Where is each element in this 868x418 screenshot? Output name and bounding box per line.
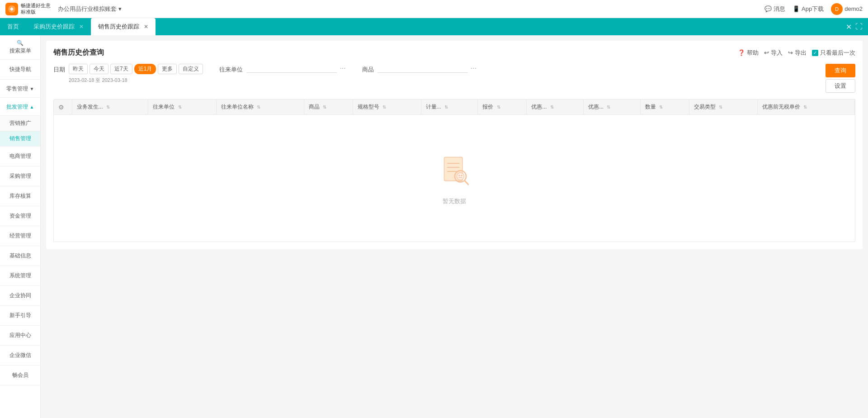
export-action[interactable]: ↪ 导出	[788, 49, 807, 57]
date-btn-more[interactable]: 更多	[158, 64, 177, 74]
sidebar-item-ecommerce[interactable]: 电商管理	[0, 147, 40, 166]
tab-close-btn[interactable]: ✕	[846, 23, 852, 31]
date-btn-7days[interactable]: 近7天	[110, 64, 132, 74]
col-discount1[interactable]: 优惠... ⇅	[527, 100, 584, 115]
col-qty[interactable]: 数量 ⇅	[640, 100, 689, 115]
sidebar-item-inventory[interactable]: 库存核算	[0, 186, 40, 206]
top-bar-right: 💬 消息 📱 App下载 D demo2	[764, 3, 863, 15]
data-table-container: ⚙ 业务发生... ⇅ 往来单位 ⇅ 往来单位名称 ⇅	[53, 99, 855, 242]
message-action[interactable]: 💬 消息	[764, 5, 785, 13]
product-input-group: ···	[377, 64, 476, 73]
sidebar-item-search-menu[interactable]: 🔍 搜索菜单	[0, 35, 40, 60]
date-btn-1month[interactable]: 近1月	[134, 64, 156, 74]
sort-icon: ⇅	[178, 104, 182, 109]
page-title-bar: 销售历史价查询 ❓ 帮助 ↩ 导入 ↪ 导出	[53, 48, 855, 57]
page-title: 销售历史价查询	[53, 48, 104, 57]
date-btn-today[interactable]: 今天	[90, 64, 108, 74]
sidebar-item-marketing[interactable]: 营销推广	[0, 116, 40, 131]
data-table: ⚙ 业务发生... ⇅ 往来单位 ⇅ 往来单位名称 ⇅	[54, 100, 855, 242]
col-partner-name[interactable]: 往来单位名称 ⇅	[217, 100, 304, 115]
tab-sales-history[interactable]: 销售历史价跟踪 ✕	[91, 18, 156, 35]
sidebar-item-basic-info[interactable]: 基础信息	[0, 246, 40, 266]
date-range: 2023-02-18 至 2023-03-18	[69, 77, 203, 84]
sidebar-item-finance[interactable]: 资金管理	[0, 206, 40, 226]
sidebar-item-quick-nav[interactable]: 快捷导航	[0, 60, 40, 80]
col-trade-type[interactable]: 交易类型 ⇅	[689, 100, 757, 115]
import-icon: ↩	[764, 49, 769, 56]
sidebar-item-retail-mgmt[interactable]: 零售管理 ▼	[0, 80, 40, 98]
page-container: 销售历史价查询 ❓ 帮助 ↩ 导入 ↪ 导出	[41, 35, 868, 418]
top-bar-left: 畅捷通好生意 标准版 办公用品行业模拟账套 ▾	[5, 3, 125, 15]
tab-expand-btn[interactable]: ⛶	[855, 23, 863, 31]
partner-input[interactable]	[246, 64, 337, 73]
tab-sales-label: 销售历史价跟踪	[98, 23, 139, 31]
user-action[interactable]: D demo2	[831, 3, 863, 15]
product-dots[interactable]: ···	[471, 64, 476, 72]
sort-icon: ⇅	[550, 104, 554, 109]
company-selector[interactable]: 办公用品行业模拟账套 ▾	[54, 3, 125, 15]
empty-state: 暂无数据	[54, 115, 855, 242]
tab-purchase-history[interactable]: 采购历史价跟踪 ✕	[26, 18, 91, 35]
top-bar: 畅捷通好生意 标准版 办公用品行业模拟账套 ▾ 💬 消息 📱 App下载 D d…	[0, 0, 868, 18]
content-area: 销售历史价查询 ❓ 帮助 ↩ 导入 ↪ 导出	[41, 35, 868, 418]
sidebar-item-purchase[interactable]: 采购管理	[0, 166, 40, 186]
sort-icon: ⇅	[382, 104, 386, 109]
tab-bar-right: ✕ ⛶	[846, 23, 868, 31]
sidebar-item-sales-mgmt[interactable]: 销售管理	[0, 131, 40, 147]
export-icon: ↪	[788, 49, 793, 56]
sidebar-item-wechat[interactable]: 企业微信	[0, 346, 40, 366]
main-layout: 🔍 搜索菜单 快捷导航 零售管理 ▼ 批发管理 ▲ 营销推广 销售管理 电商管理…	[0, 35, 868, 418]
sidebar-item-system[interactable]: 系统管理	[0, 266, 40, 286]
tab-sales-close[interactable]: ✕	[144, 24, 148, 30]
query-button[interactable]: 查询	[826, 64, 855, 77]
chevron-down-icon: ▼	[30, 86, 34, 91]
table-body: 暂无数据	[54, 115, 855, 242]
product-input[interactable]	[377, 64, 468, 73]
col-partner-code[interactable]: 往来单位 ⇅	[148, 100, 217, 115]
col-biz-date[interactable]: 业务发生... ⇅	[72, 100, 148, 115]
tab-purchase-close[interactable]: ✕	[79, 24, 84, 30]
sidebar-item-wholesale-mgmt[interactable]: 批发管理 ▲	[0, 98, 40, 116]
product-filter-group: 商品 ···	[362, 64, 476, 74]
col-quote[interactable]: 报价 ⇅	[478, 100, 527, 115]
partner-input-group: ···	[246, 64, 345, 73]
import-action[interactable]: ↩ 导入	[764, 49, 783, 57]
help-action[interactable]: ❓ 帮助	[738, 49, 759, 57]
sidebar-item-operation[interactable]: 经营管理	[0, 226, 40, 246]
logo-area: 畅捷通好生意 标准版	[5, 3, 51, 15]
sidebar: 🔍 搜索菜单 快捷导航 零售管理 ▼ 批发管理 ▲ 营销推广 销售管理 电商管理…	[0, 35, 41, 418]
sidebar-item-enterprise[interactable]: 企业协同	[0, 286, 40, 306]
col-spec[interactable]: 规格型号 ⇅	[353, 100, 421, 115]
svg-line-7	[464, 180, 468, 185]
tab-home[interactable]: 首页	[0, 18, 26, 35]
svg-point-9	[461, 175, 462, 176]
only-last-checkbox[interactable]: ✓	[812, 50, 818, 56]
gear-icon[interactable]: ⚙	[58, 104, 64, 111]
tab-home-label: 首页	[7, 23, 19, 31]
col-unit[interactable]: 计量... ⇅	[421, 100, 478, 115]
partner-dots[interactable]: ···	[340, 64, 345, 72]
app-action[interactable]: 📱 App下载	[793, 5, 824, 13]
dropdown-icon: ▾	[118, 5, 122, 12]
col-discount2[interactable]: 优惠... ⇅	[584, 100, 641, 115]
col-settings[interactable]: ⚙	[54, 100, 72, 115]
empty-illustration	[434, 151, 475, 192]
product-label: 商品	[362, 64, 374, 74]
sidebar-item-member[interactable]: 畅会员	[0, 366, 40, 385]
col-pre-tax[interactable]: 优惠前无税单价 ⇅	[757, 100, 854, 115]
date-buttons: 昨天 今天 近7天 近1月 更多 自定义	[69, 64, 203, 74]
company-name: 办公用品行业模拟账套	[58, 5, 117, 13]
sort-icon: ⇅	[659, 104, 663, 109]
search-icon: 🔍	[17, 40, 24, 46]
col-product[interactable]: 商品 ⇅	[304, 100, 353, 115]
only-last-checkbox-label[interactable]: ✓ 只看最后一次	[812, 49, 855, 57]
sidebar-item-app-center[interactable]: 应用中心	[0, 326, 40, 346]
date-btn-custom[interactable]: 自定义	[179, 64, 203, 74]
sort-icon: ⇅	[257, 104, 260, 109]
settings-button[interactable]: 设置	[826, 79, 855, 93]
date-btn-yesterday[interactable]: 昨天	[69, 64, 88, 74]
tab-purchase-label: 采购历史价跟踪	[33, 23, 75, 31]
logo-text: 畅捷通好生意 标准版	[21, 3, 51, 14]
sidebar-item-guide[interactable]: 新手引导	[0, 306, 40, 326]
app-icon: 📱	[793, 5, 800, 12]
